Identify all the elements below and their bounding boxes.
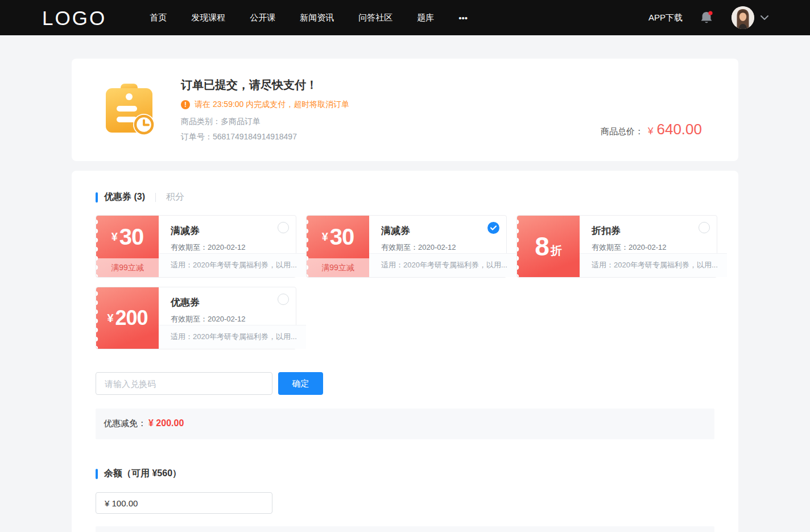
coupon-1-radio-unselected[interactable] [278, 222, 289, 233]
coupon-3-value-stub: 8 折 [517, 216, 580, 277]
nav-menu: 首页 发现课程 公开课 新闻资讯 问答社区 题库 ••• [150, 13, 468, 23]
order-category-value: 多商品订单 [221, 117, 261, 126]
section-accent-bar [96, 192, 98, 203]
coupon-2-currency: ¥ [322, 230, 328, 244]
coupon-card-3[interactable]: 8 折 折扣券 有效期至：2020-02-12 适用：2020年考研专属福利券，… [516, 215, 717, 278]
bottom-summary-band [96, 526, 714, 532]
top-nav: LOGO 首页 发现课程 公开课 新闻资讯 问答社区 题库 ••• APP下载 [0, 0, 810, 35]
section-accent-bar [96, 469, 98, 479]
coupon-2-check-icon[interactable] [487, 222, 499, 234]
nav-item-more[interactable]: ••• [458, 13, 468, 23]
discount-value: ¥ 200.00 [148, 418, 184, 428]
nav-right: APP下载 [648, 6, 769, 29]
coupon-grid: ¥ 30 满99立减 满减券 有效期至：2020-02-12 适用：2020年考… [96, 215, 714, 349]
redeem-code-input[interactable] [96, 372, 272, 395]
payment-options-card: 优惠券 (3) 积分 ¥ 30 满99立减 满减券 有效期至：2020-02-1… [72, 171, 738, 532]
coupon-1-validity: 有效期至：2020-02-12 [171, 242, 297, 253]
coupon-4-currency: ¥ [107, 312, 113, 325]
coupon-3-radio-unselected[interactable] [699, 222, 710, 233]
order-number-row: 订单号：5681749184914918497 [181, 132, 349, 142]
coupon-card-1[interactable]: ¥ 30 满99立减 满减券 有效期至：2020-02-12 适用：2020年考… [96, 215, 296, 278]
order-category-row: 商品类别：多商品订单 [181, 117, 349, 127]
nav-item-home[interactable]: 首页 [150, 13, 167, 23]
coupon-4-radio-unselected[interactable] [278, 294, 289, 305]
coupon-card-2-selected[interactable]: ¥ 30 满99立减 满减券 有效期至：2020-02-12 适用：2020年考… [306, 215, 507, 278]
tab-divider [155, 193, 156, 202]
coupon-2-value-stub: ¥ 30 满99立减 [307, 216, 369, 277]
balance-title: 余额（可用 ¥560） [104, 468, 181, 480]
nav-item-news[interactable]: 新闻资讯 [300, 13, 334, 23]
coupon-3-amount: 8 [535, 231, 549, 262]
coupon-3-unit: 折 [551, 243, 562, 258]
nav-item-question-bank[interactable]: 题库 [417, 13, 434, 23]
order-number-label: 订单号： [181, 132, 213, 141]
discount-summary-band: 优惠减免： ¥ 200.00 [96, 409, 714, 439]
order-total-price: 商品总价： ¥ 640.00 [601, 121, 702, 138]
coupon-1-amount: 30 [119, 224, 144, 250]
balance-section-header: 余额（可用 ¥560） [96, 468, 714, 480]
coupon-1-currency: ¥ [111, 230, 118, 244]
nav-item-qa-community[interactable]: 问答社区 [358, 13, 392, 23]
coupon-4-validity: 有效期至：2020-02-12 [171, 314, 297, 324]
coupon-2-amount: 30 [330, 224, 354, 250]
coupon-2-validity: 有效期至：2020-02-12 [381, 242, 507, 253]
redeem-code-row: 确定 [96, 372, 714, 395]
coupon-3-validity: 有效期至：2020-02-12 [592, 242, 718, 253]
coupon-4-value-stub: ¥ 200 [96, 287, 159, 349]
warning-icon: ! [181, 100, 190, 109]
order-clipboard-icon [106, 84, 155, 136]
total-price-value: 640.00 [656, 121, 702, 138]
coupon-4-scope: 适用：2020年考研专属福利券，以用... [159, 325, 306, 349]
nav-item-discover-courses[interactable]: 发现课程 [191, 13, 225, 23]
order-number-value: 5681749184914918497 [213, 132, 297, 141]
balance-amount-input[interactable] [96, 492, 272, 514]
tab-coupons[interactable]: 优惠券 (3) [104, 191, 145, 203]
user-avatar[interactable] [732, 6, 754, 29]
logo: LOGO [42, 8, 106, 28]
payment-deadline-warning: ! 请在 23:59:00 内完成支付，超时将取消订单 [181, 100, 349, 110]
coupon-4-amount: 200 [115, 306, 148, 330]
total-price-label: 商品总价： [601, 126, 643, 137]
coupon-section-header: 优惠券 (3) 积分 [96, 191, 714, 203]
coupon-1-condition-badge: 满99立减 [96, 258, 159, 277]
coupon-2-scope: 适用：2020年考研专属福利券，以用... [369, 253, 516, 277]
coupon-2-condition-badge: 满99立减 [307, 258, 369, 277]
total-price-currency: ¥ [648, 126, 653, 137]
order-summary-card: 订单已提交，请尽快支付！ ! 请在 23:59:00 内完成支付，超时将取消订单… [72, 59, 738, 161]
chevron-down-icon[interactable] [760, 15, 769, 20]
confirm-button[interactable]: 确定 [278, 372, 323, 395]
warning-text: 请在 23:59:00 内完成支付，超时将取消订单 [195, 100, 349, 110]
coupon-1-value-stub: ¥ 30 满99立减 [96, 216, 159, 277]
discount-label: 优惠减免： [104, 418, 146, 429]
coupon-3-scope: 适用：2020年考研专属福利券，以用... [580, 253, 727, 277]
notification-bell-icon[interactable] [700, 10, 713, 25]
app-download-link[interactable]: APP下载 [648, 13, 683, 23]
nav-item-open-class[interactable]: 公开课 [250, 13, 275, 23]
coupon-card-4[interactable]: ¥ 200 优惠券 有效期至：2020-02-12 适用：2020年考研专属福利… [96, 287, 296, 349]
coupon-1-scope: 适用：2020年考研专属福利券，以用... [159, 253, 306, 277]
order-category-label: 商品类别： [181, 117, 221, 126]
tab-points[interactable]: 积分 [166, 191, 184, 203]
order-submitted-title: 订单已提交，请尽快支付！ [181, 77, 349, 93]
